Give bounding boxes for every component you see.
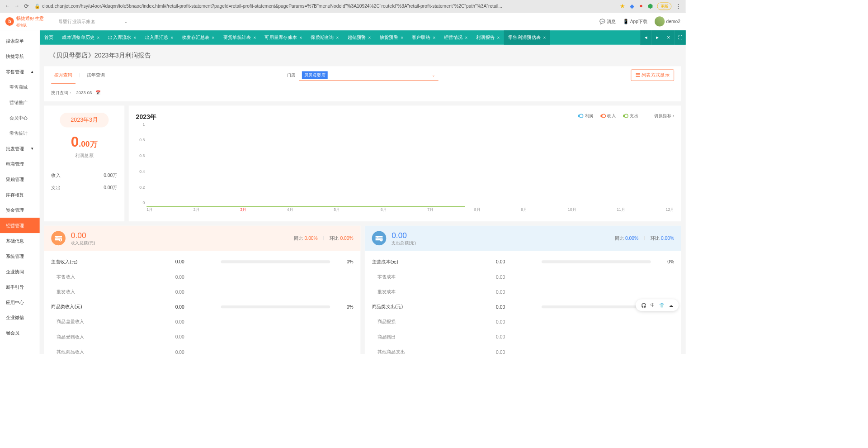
- tab-year-query[interactable]: 按年查询: [84, 66, 108, 84]
- shirt-icon[interactable]: 👕: [659, 303, 665, 308]
- account-select[interactable]: 母婴行业演示账套 ⌄: [58, 18, 128, 24]
- ext3-icon[interactable]: ⬢: [646, 1, 655, 11]
- page-title: 《贝贝母婴店》2023年3月利润报告: [44, 45, 681, 66]
- chart-area: 00.20.40.60.81 1月2月3月4月5月6月7月8月9月10月11月1…: [136, 129, 675, 214]
- tab-scroll-right[interactable]: ►: [651, 30, 663, 45]
- tab-close-icon[interactable]: ✕: [368, 36, 371, 40]
- filter-card: 按月查询 | 按年查询 门店 贝贝母婴店 ⌄ ☰ 列表方式显示: [44, 66, 681, 101]
- tab-close-icon[interactable]: ✕: [299, 36, 302, 40]
- tab-close-icon[interactable]: ✕: [170, 36, 173, 40]
- sidebar-item-5[interactable]: 会员中心: [0, 110, 40, 125]
- back-icon[interactable]: ←: [3, 1, 12, 11]
- chevron-down-icon: ⌄: [432, 72, 436, 77]
- tab-close-all[interactable]: ✕: [663, 30, 674, 45]
- tab-close-icon[interactable]: ✕: [465, 36, 467, 40]
- sidebar-item-17[interactable]: 应用中心: [0, 295, 40, 310]
- data-row: 主营收入(元)0.000%: [52, 254, 354, 269]
- sidebar-item-1[interactable]: 快捷导航: [0, 48, 40, 64]
- tab-scroll-left[interactable]: ◄: [640, 30, 651, 45]
- profit-label: 利润总额: [75, 153, 94, 159]
- tab-12[interactable]: 利润报告✕: [472, 30, 504, 45]
- tab-9[interactable]: 缺货预警✕: [375, 30, 407, 45]
- sidebar-item-9[interactable]: 采购管理: [0, 172, 40, 187]
- tab-close-icon[interactable]: ✕: [336, 36, 339, 40]
- tab-2[interactable]: 出入库流水✕: [104, 30, 141, 45]
- tab-close-icon[interactable]: ✕: [212, 36, 214, 40]
- message-icon: 💬: [599, 19, 605, 24]
- tab-7[interactable]: 保质期查询✕: [307, 30, 343, 45]
- sidebar-item-16[interactable]: 新手引导: [0, 279, 40, 295]
- sidebar-item-4[interactable]: 营销推广: [0, 95, 40, 110]
- tab-close-icon[interactable]: ✕: [433, 36, 435, 40]
- sidebar-item-8[interactable]: 电商管理: [0, 156, 40, 172]
- tab-fullscreen[interactable]: ⛶: [675, 30, 686, 45]
- tab-5[interactable]: 要货单统计表✕: [219, 30, 260, 45]
- tab-10[interactable]: 客户联络✕: [407, 30, 439, 45]
- query-date: 2023-03: [76, 90, 92, 95]
- data-row: 零售成本0.00: [372, 269, 674, 284]
- tab-11[interactable]: 经营情况✕: [439, 30, 472, 45]
- sidebar-item-12[interactable]: 经营管理: [0, 218, 40, 233]
- switch-indicator[interactable]: 切换指标 ›: [655, 113, 675, 119]
- forward-icon[interactable]: →: [12, 1, 22, 11]
- sidebar-item-11[interactable]: 资金管理: [0, 202, 40, 218]
- sidebar-item-2[interactable]: 零售管理▲: [0, 64, 40, 79]
- chart-legend: .legend-dot[style*="#4db8e8"]::after{bor…: [578, 113, 639, 119]
- ext2-icon[interactable]: ●: [637, 1, 646, 11]
- tab-close-icon[interactable]: ✕: [401, 36, 403, 40]
- star-icon[interactable]: ★: [618, 1, 627, 11]
- data-row: 商品盘盈收入0.00: [52, 314, 354, 329]
- tab-0[interactable]: 首页: [40, 30, 58, 45]
- data-row: 主营成本(元)0.000%: [372, 254, 674, 269]
- sidebar-item-10[interactable]: 库存核算: [0, 187, 40, 202]
- tab-close-icon[interactable]: ✕: [97, 36, 99, 40]
- app-download-link[interactable]: 📱App下载: [623, 18, 648, 24]
- tabs-bar: 首页成本调整单历史✕出入库流水✕出入库汇总✕收发存汇总表✕要货单统计表✕可用量库…: [40, 30, 685, 45]
- tab-8[interactable]: 超储预警✕: [343, 30, 375, 45]
- tab-close-icon[interactable]: ✕: [133, 36, 136, 40]
- sidebar-item-13[interactable]: 基础信息: [0, 233, 40, 248]
- calendar-icon[interactable]: 📅: [96, 90, 101, 95]
- reload-icon[interactable]: ⟳: [21, 1, 31, 11]
- tab-close-icon[interactable]: ✕: [497, 36, 500, 40]
- ext1-icon[interactable]: ◆: [627, 1, 637, 11]
- tab-6[interactable]: 可用量库存账本✕: [260, 30, 307, 45]
- cloud-icon[interactable]: ☁: [669, 303, 673, 308]
- store-select[interactable]: 贝贝母婴店 ⌄: [299, 70, 439, 81]
- sidebar-item-14[interactable]: 系统管理: [0, 248, 40, 264]
- sidebar-item-15[interactable]: 企业协同: [0, 264, 40, 279]
- sidebar-item-18[interactable]: 企业微信: [0, 310, 40, 325]
- messages-link[interactable]: 💬消息: [599, 18, 616, 24]
- expense-row: 支出0.00万: [52, 181, 118, 194]
- refresh-badge[interactable]: 更新: [657, 2, 672, 10]
- sidebar-item-3[interactable]: 零售商城: [0, 79, 40, 95]
- sidebar: 搜索菜单快捷导航零售管理▲零售商城营销推广会员中心零售统计批发管理▼电商管理采购…: [0, 30, 40, 354]
- logo[interactable]: b 畅捷通好生意 标准版: [5, 15, 44, 28]
- sidebar-item-0[interactable]: 搜索菜单: [0, 33, 40, 48]
- data-row: 商品赠出0.00: [372, 329, 674, 344]
- user-menu[interactable]: demo2: [655, 16, 680, 26]
- tab-close-icon[interactable]: ✕: [543, 36, 546, 40]
- browser-bar: ← → ⟳ 🔒 cloud.chanjet.com/hsy/u4oor/4daq…: [0, 0, 686, 13]
- headset-icon[interactable]: 🎧: [641, 303, 646, 308]
- tab-month-query[interactable]: 按月查询: [52, 66, 76, 84]
- data-row: 商品类支出(元)0.000%: [372, 299, 674, 314]
- list-view-button[interactable]: ☰ 列表方式显示: [631, 69, 674, 81]
- tab-1[interactable]: 成本调整单历史✕: [58, 30, 104, 45]
- float-toolbar[interactable]: 🎧 中 👕 ☁: [636, 299, 679, 311]
- expense-amount: 0.00: [392, 230, 416, 240]
- tab-3[interactable]: 出入库汇总✕: [141, 30, 177, 45]
- tab-close-icon[interactable]: ✕: [253, 36, 256, 40]
- tab-4[interactable]: 收发存汇总表✕: [178, 30, 219, 45]
- lang-toggle[interactable]: 中: [651, 302, 655, 308]
- income-icon: [52, 231, 66, 245]
- list-icon: ☰: [636, 72, 642, 77]
- url-bar[interactable]: 🔒 cloud.chanjet.com/hsy/u4oor/4daqxn/iol…: [31, 4, 618, 9]
- sidebar-item-6[interactable]: 零售统计: [0, 125, 40, 141]
- sidebar-item-19[interactable]: 畅会员: [0, 325, 40, 341]
- logo-badge: 标准版: [16, 22, 44, 27]
- avatar: [655, 16, 665, 26]
- tab-13[interactable]: 零售利润预估表✕: [504, 30, 550, 45]
- sidebar-item-7[interactable]: 批发管理▼: [0, 141, 40, 156]
- menu-icon[interactable]: ⋮: [674, 1, 683, 11]
